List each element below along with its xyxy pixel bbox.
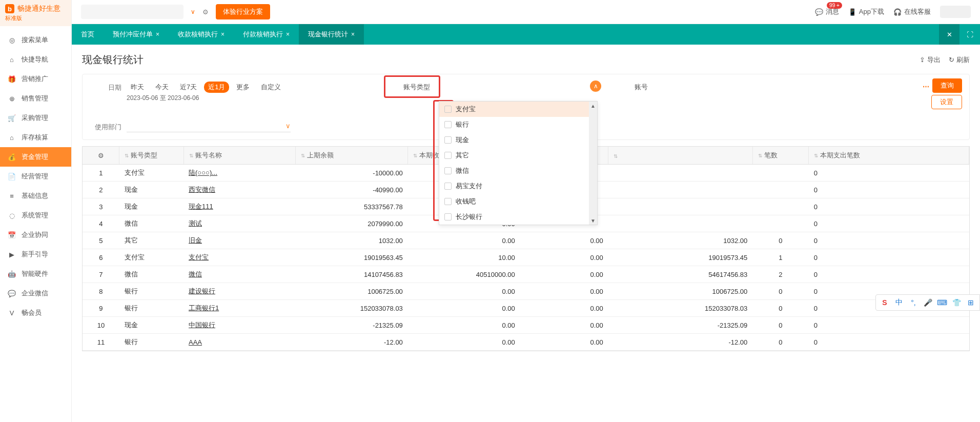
tab[interactable]: 预付冲应付单× bbox=[104, 24, 169, 45]
column-header[interactable]: ⇅笔数 bbox=[752, 147, 808, 165]
sidebar-item[interactable]: 💬企业微信 bbox=[0, 284, 71, 303]
sidebar-item[interactable]: 🎁营销推广 bbox=[0, 69, 71, 89]
sidebar-item[interactable]: ▶新手引导 bbox=[0, 245, 71, 264]
trial-button[interactable]: 体验行业方案 bbox=[216, 4, 270, 19]
account-link[interactable]: 陆(○○○)... bbox=[189, 169, 217, 176]
close-icon[interactable]: × bbox=[351, 31, 355, 38]
app-download-link[interactable]: 📱 App下载 bbox=[848, 7, 884, 16]
avatar[interactable] bbox=[940, 6, 971, 18]
account-link[interactable]: 支付宝 bbox=[189, 253, 209, 261]
refresh-button[interactable]: ↻ 刷新 bbox=[949, 55, 970, 65]
gear-icon[interactable]: ⚙ bbox=[202, 8, 209, 16]
scroll-up-icon[interactable]: ▲ bbox=[589, 102, 597, 110]
dropdown-option[interactable]: 易宝支付 bbox=[439, 178, 597, 194]
sidebar-item[interactable]: ◎搜索菜单 bbox=[0, 30, 71, 50]
messages-link[interactable]: 💬 消息 99 + bbox=[815, 7, 839, 16]
checkbox[interactable] bbox=[444, 183, 452, 190]
account-link[interactable]: 微信 bbox=[189, 270, 202, 278]
sort-icon[interactable]: ⇅ bbox=[614, 153, 618, 159]
dropdown-option[interactable]: 收钱吧 bbox=[439, 194, 597, 209]
account-link[interactable]: 建设银行 bbox=[189, 287, 215, 295]
sidebar-item[interactable]: 🤖智能硬件 bbox=[0, 264, 71, 284]
date-pill[interactable]: 今天 bbox=[151, 82, 173, 93]
ime-punct-icon[interactable]: °, bbox=[908, 297, 919, 308]
customer-service-link[interactable]: 🎧 在线客服 bbox=[893, 7, 931, 16]
sidebar-item[interactable]: 📅企业协同 bbox=[0, 225, 71, 245]
sidebar-item[interactable]: ≡基础信息 bbox=[0, 186, 71, 206]
dropdown-scrollbar[interactable]: ▲ ▼ bbox=[589, 102, 597, 225]
dept-select[interactable]: ∨ bbox=[127, 120, 291, 132]
fullscreen-button[interactable]: ⛶ bbox=[959, 24, 980, 45]
export-button[interactable]: ⇪ 导出 bbox=[920, 55, 941, 65]
tab[interactable]: 付款核销执行× bbox=[234, 24, 299, 45]
date-pill[interactable]: 近1月 bbox=[204, 82, 229, 93]
sidebar-item[interactable]: 💰资金管理 bbox=[0, 147, 71, 167]
tab[interactable]: 收款核销执行× bbox=[169, 24, 234, 45]
sidebar-item[interactable]: ◌系统管理 bbox=[0, 206, 71, 225]
sort-icon[interactable]: ⇅ bbox=[758, 153, 762, 158]
checkbox[interactable] bbox=[444, 198, 452, 205]
account-link[interactable]: 中国银行 bbox=[189, 321, 215, 329]
tab[interactable]: 现金银行统计× bbox=[299, 24, 364, 45]
sidebar-item[interactable]: 🛒采购管理 bbox=[0, 108, 71, 128]
sidebar-item[interactable]: ⌂快捷导航 bbox=[0, 50, 71, 69]
close-icon[interactable]: × bbox=[286, 31, 290, 38]
sidebar-item[interactable]: ⊕销售管理 bbox=[0, 89, 71, 108]
checkbox[interactable] bbox=[444, 167, 452, 174]
date-pill[interactable]: 昨天 bbox=[127, 82, 148, 93]
close-tab-button[interactable]: ✕ bbox=[939, 24, 959, 45]
dropdown-option[interactable]: 银行 bbox=[439, 117, 597, 132]
checkbox[interactable] bbox=[444, 152, 452, 159]
more-dots-button[interactable]: ⋯ bbox=[923, 83, 930, 90]
date-pill[interactable]: 近7天 bbox=[176, 82, 201, 93]
sort-icon[interactable]: ⇅ bbox=[413, 153, 417, 158]
sort-icon[interactable]: ⇅ bbox=[301, 153, 305, 158]
checkbox[interactable] bbox=[444, 121, 452, 128]
date-pill[interactable]: 更多 bbox=[232, 82, 254, 93]
column-header[interactable]: ⇅ bbox=[608, 147, 752, 165]
ime-lang-label[interactable]: 中 bbox=[893, 297, 905, 308]
dropdown-option[interactable]: 现金 bbox=[439, 132, 597, 148]
account-link[interactable]: 西安微信 bbox=[189, 186, 215, 193]
ime-logo-icon[interactable]: S bbox=[879, 297, 890, 308]
close-icon[interactable]: × bbox=[221, 31, 224, 38]
column-header[interactable]: ⇅账号名称 bbox=[183, 147, 296, 165]
account-link[interactable]: AAA bbox=[189, 338, 202, 346]
checkbox[interactable] bbox=[444, 136, 452, 144]
account-link[interactable]: 现金111 bbox=[189, 203, 213, 210]
account-link[interactable]: 测试 bbox=[189, 219, 202, 227]
close-icon[interactable]: × bbox=[156, 31, 159, 38]
column-header[interactable]: ⇅本期支出笔数 bbox=[809, 147, 969, 165]
ime-keyboard-icon[interactable]: ⌨ bbox=[936, 297, 948, 308]
checkbox[interactable] bbox=[444, 213, 452, 220]
sort-icon[interactable]: ⇅ bbox=[814, 153, 818, 158]
chevron-down-icon[interactable]: ∨ bbox=[191, 8, 195, 15]
scroll-down-icon[interactable]: ▼ bbox=[589, 216, 597, 225]
query-button[interactable]: 查询 bbox=[932, 78, 962, 93]
dropdown-option[interactable]: 长沙银行 bbox=[439, 209, 597, 225]
dropdown-option[interactable]: 其它 bbox=[439, 148, 597, 163]
sort-icon[interactable]: ⇅ bbox=[125, 153, 129, 158]
sidebar-item[interactable]: V畅会员 bbox=[0, 303, 71, 323]
dropdown-option[interactable]: 支付宝 bbox=[439, 102, 597, 117]
ime-tools-icon[interactable]: ⊞ bbox=[965, 297, 976, 308]
sidebar-item[interactable]: ⌂库存核算 bbox=[0, 128, 71, 147]
dropdown-option[interactable]: 微信 bbox=[439, 163, 597, 178]
company-selector[interactable] bbox=[81, 5, 183, 19]
column-header[interactable]: ⇅账号类型 bbox=[119, 147, 183, 165]
settings-button[interactable]: 设置 bbox=[931, 95, 962, 109]
checkbox[interactable] bbox=[444, 106, 452, 113]
ime-skin-icon[interactable]: 👕 bbox=[951, 297, 962, 308]
tab-label: 首页 bbox=[81, 30, 94, 39]
column-header[interactable]: ⇅上期余额 bbox=[296, 147, 408, 165]
sidebar-item[interactable]: 📄经营管理 bbox=[0, 167, 71, 186]
account-type-dropdown[interactable]: 支付宝银行现金其它微信易宝支付收钱吧长沙银行 ▲ ▼ bbox=[439, 101, 598, 225]
collapse-toggle[interactable]: ∧ bbox=[590, 81, 601, 92]
account-link[interactable]: 工商银行1 bbox=[189, 304, 219, 312]
sort-icon[interactable]: ⇅ bbox=[189, 153, 193, 158]
account-link[interactable]: 旧金 bbox=[189, 236, 202, 244]
table-settings-header[interactable]: ⚙ bbox=[83, 147, 119, 165]
tab[interactable]: 首页 bbox=[72, 24, 104, 45]
date-pill[interactable]: 自定义 bbox=[257, 82, 285, 93]
ime-mic-icon[interactable]: 🎤 bbox=[922, 297, 933, 308]
